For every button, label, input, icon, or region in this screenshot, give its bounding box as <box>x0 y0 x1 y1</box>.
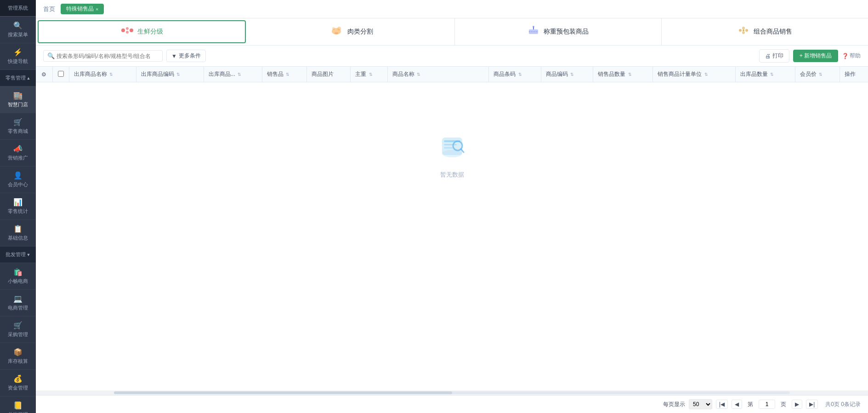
sidebar-item-fund-mgmt[interactable]: 💰 资金管理 <box>0 370 36 396</box>
col-goods-barcode[interactable]: 商品条码 ⇅ <box>489 67 541 82</box>
sidebar-item-quick-nav[interactable]: ⚡ 快捷导航 <box>0 43 36 70</box>
sidebar-section-retail-mgmt[interactable]: 零售管理 ▲ <box>0 70 36 86</box>
empty-text: 暂无数据 <box>440 171 464 179</box>
col-goods-image-label: 商品图片 <box>312 71 334 77</box>
svg-point-16 <box>743 29 744 31</box>
add-label: + 新增销售品 <box>800 52 832 60</box>
tab-fresh-grading[interactable]: 生鲜分级 <box>38 20 246 43</box>
basic-info-icon: 📋 <box>13 224 23 233</box>
ledger-mgmt-icon: 📒 <box>13 401 23 410</box>
tab-meat-cut[interactable]: 肉类分割 <box>248 18 454 45</box>
sidebar-item-label: 搜索菜单 <box>8 31 28 38</box>
sidebar-item-label: 电商管理 <box>8 304 28 311</box>
hscroll-track <box>114 391 790 394</box>
svg-point-12 <box>739 29 742 32</box>
fresh-grading-label: 生鲜分级 <box>137 28 163 36</box>
retail-mall-icon: 🛒 <box>13 118 23 126</box>
empty-state-icon <box>434 128 471 165</box>
col-goods-code[interactable]: 商品编码 ⇅ <box>541 67 593 82</box>
wholesale-mgmt-label: 批发管理 <box>6 251 26 258</box>
svg-point-10 <box>533 26 534 28</box>
col-checkbox[interactable] <box>52 67 69 82</box>
col-out-qty[interactable]: 出库品数量 ⇅ <box>735 67 795 82</box>
sidebar-item-label: 总账管理 <box>8 411 28 413</box>
sidebar-item-label: 智慧门店 <box>8 101 28 108</box>
gear-icon: ⚙ <box>41 71 46 78</box>
col-out-qty-label: 出库品数量 <box>740 71 768 77</box>
svg-point-1 <box>126 27 129 30</box>
col-sales-goods-label: 销售品 <box>267 71 284 77</box>
col-out-goods-name[interactable]: 出库商品名称 ⇅ <box>69 67 136 82</box>
col-gear[interactable]: ⚙ <box>36 67 52 82</box>
col-out-goods-spec[interactable]: 出库商品... ⇅ <box>204 67 262 82</box>
last-page-button[interactable]: ▶| <box>806 400 818 409</box>
active-tab-label: 特殊销售品 <box>66 5 94 13</box>
sidebar-item-retail-stats[interactable]: 📊 零售统计 <box>0 193 36 220</box>
page-label-before: 第 <box>748 401 753 408</box>
per-page-select[interactable]: 50 10 20 100 <box>689 399 712 409</box>
prev-page-button[interactable]: ◀ <box>732 400 742 409</box>
per-page-label: 每页显示 <box>663 401 685 408</box>
search-input[interactable] <box>57 53 159 59</box>
sidebar-item-search-menu[interactable]: 🔍 搜索菜单 <box>0 17 36 43</box>
search-box[interactable]: 🔍 <box>43 50 163 62</box>
sidebar-item-label: 库存核算 <box>8 358 28 365</box>
horizontal-scrollbar[interactable] <box>36 390 868 395</box>
sidebar-item-label: 零售统计 <box>8 208 28 215</box>
active-tab-tag[interactable]: 特殊销售品 × <box>61 4 104 14</box>
ecom-mgmt-icon: 💻 <box>13 294 23 303</box>
col-sales-unit[interactable]: 销售商品计量单位 ⇅ <box>653 67 736 82</box>
sidebar-item-member-center[interactable]: 👤 会员中心 <box>0 166 36 193</box>
sidebar-item-label: 资金管理 <box>8 384 28 391</box>
col-operation: 操作 <box>840 67 868 82</box>
col-sales-goods[interactable]: 销售品 ⇅ <box>262 67 307 82</box>
sidebar-item-basic-info[interactable]: 📋 基础信息 <box>0 220 36 247</box>
sidebar-item-ecom-mgmt[interactable]: 💻 电商管理 <box>0 290 36 316</box>
sidebar-item-mini-ecom[interactable]: 🛍️ 小畅电商 <box>0 263 36 290</box>
add-sales-button[interactable]: + 新增销售品 <box>793 50 838 62</box>
filter-button[interactable]: ▼ 更多条件 <box>166 50 206 62</box>
meat-cut-label: 肉类分割 <box>347 28 373 36</box>
svg-rect-21 <box>444 147 453 149</box>
col-member-price[interactable]: 会员价 ⇅ <box>795 67 840 82</box>
first-page-button[interactable]: |◀ <box>716 400 728 409</box>
tab-combo-sales[interactable]: 组合商品销售 <box>662 18 868 45</box>
col-sales-qty[interactable]: 销售品数量 ⇅ <box>593 67 653 82</box>
main-content: 首页 特殊销售品 × 生鲜分级 <box>36 0 868 413</box>
tab-weight-prepack[interactable]: 称重预包装商品 <box>455 18 662 45</box>
page-label-after: 页 <box>781 401 786 408</box>
next-page-button[interactable]: ▶ <box>792 400 802 409</box>
close-tab-icon[interactable]: × <box>96 6 98 12</box>
sort-icon: ⇅ <box>369 72 373 77</box>
page-input[interactable] <box>759 400 775 409</box>
sidebar-item-inventory-check[interactable]: 📦 库存核算 <box>0 343 36 370</box>
col-goods-name[interactable]: 商品名称 ⇅ <box>387 67 489 82</box>
sidebar-item-sales-promo[interactable]: 📣 营销推广 <box>0 140 36 166</box>
toolbar-right: 🖨 打印 + 新增销售品 ❓ 帮助 <box>759 49 861 63</box>
table-container: ⚙ 出库商品名称 ⇅ 出库商品编码 ⇅ 出库商品... <box>36 67 868 390</box>
select-all-checkbox[interactable] <box>58 71 64 77</box>
col-main-weight[interactable]: 主重 ⇅ <box>351 67 387 82</box>
help-button[interactable]: ❓ 帮助 <box>842 52 861 60</box>
svg-point-3 <box>126 31 129 34</box>
col-goods-name-label: 商品名称 <box>392 71 414 77</box>
col-member-price-label: 会员价 <box>800 71 817 77</box>
sidebar-item-label: 采购管理 <box>8 331 28 338</box>
col-out-goods-spec-label: 出库商品... <box>209 71 235 77</box>
sidebar-section-wholesale-mgmt[interactable]: 批发管理 ▼ <box>0 247 36 263</box>
toolbar: 🔍 ▼ 更多条件 🖨 打印 + 新增销售品 ❓ 帮助 <box>36 46 868 67</box>
hscroll-thumb[interactable] <box>114 391 452 394</box>
sort-icon: ⇅ <box>819 72 823 77</box>
print-button[interactable]: 🖨 打印 <box>759 49 789 63</box>
chevron-down-icon: ▼ <box>27 252 31 257</box>
sidebar-item-label: 基础信息 <box>8 235 28 241</box>
sidebar-item-smart-store[interactable]: 🏬 智慧门店 <box>0 86 36 113</box>
col-out-goods-code[interactable]: 出库商品编码 ⇅ <box>136 67 204 82</box>
retail-mgmt-label: 零售管理 <box>6 75 26 81</box>
sidebar-item-retail-mall[interactable]: 🛒 零售商城 <box>0 113 36 140</box>
sidebar-item-purchase-mgmt[interactable]: 🛒 采购管理 <box>0 316 36 343</box>
purchase-mgmt-icon: 🛒 <box>13 321 23 330</box>
sort-icon: ⇅ <box>770 72 774 77</box>
sidebar: 管理系统 🔍 搜索菜单 ⚡ 快捷导航 零售管理 ▲ 🏬 智慧门店 🛒 零售商城 … <box>0 0 36 413</box>
sidebar-item-ledger-mgmt[interactable]: 📒 总账管理 <box>0 396 36 413</box>
